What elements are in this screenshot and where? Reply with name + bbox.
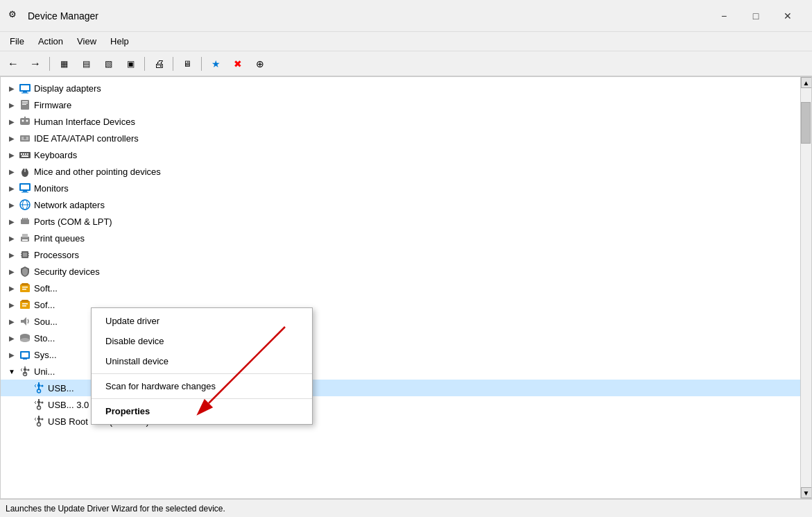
menu-view[interactable]: View — [70, 33, 103, 49]
usb-root-label: Uni... — [34, 366, 55, 377]
tree-item-ide[interactable]: ▶ IDE ATA/ATAPI controllers — [1, 130, 800, 146]
usb-root-hub-icon — [33, 415, 45, 427]
svg-rect-36 — [22, 234, 28, 237]
svg-rect-31 — [21, 219, 29, 224]
menu-file[interactable]: File — [3, 33, 31, 49]
toolbar-resources-connection[interactable]: ▣ — [120, 54, 141, 74]
context-menu-properties[interactable]: Properties — [92, 401, 312, 421]
tree-item-display-adapters[interactable]: ▶ Display adapters — [1, 80, 800, 96]
context-menu: Update driver Disable device Uninstall d… — [91, 307, 313, 425]
expand-icon: ▶ — [6, 316, 17, 327]
soft1-icon — [19, 282, 31, 294]
context-menu-scan-hardware[interactable]: Scan for hardware changes — [92, 376, 312, 396]
toolbar-print[interactable]: 🖨 — [148, 54, 169, 74]
close-button[interactable]: ✕ — [772, 6, 804, 26]
toolbar-back[interactable]: ← — [3, 54, 24, 74]
svg-marker-49 — [20, 300, 30, 302]
context-menu-disable-device[interactable]: Disable device — [92, 331, 312, 351]
toolbar-forward[interactable]: → — [25, 54, 46, 74]
svg-rect-47 — [22, 289, 26, 290]
menu-help[interactable]: Help — [103, 33, 136, 49]
minimize-button[interactable]: − — [708, 6, 740, 26]
scrollbar-thumb-area[interactable] — [801, 88, 811, 487]
window-title: Device Manager — [28, 10, 98, 22]
svg-rect-26 — [23, 191, 27, 192]
expand-icon: ▶ — [6, 349, 17, 360]
scrollbar-down[interactable]: ▼ — [801, 487, 812, 498]
tree-item-print[interactable]: ▶ Print queues — [1, 230, 800, 246]
firmware-icon — [19, 99, 31, 111]
tree-item-network[interactable]: ▶ Network adapters — [1, 196, 800, 213]
svg-point-65 — [37, 423, 41, 426]
tree-item-security[interactable]: ▶ Security devices — [1, 263, 800, 280]
keyboards-label: Keyboards — [34, 150, 77, 160]
maximize-button[interactable]: □ — [740, 6, 772, 26]
svg-rect-50 — [22, 303, 28, 305]
svg-rect-25 — [21, 185, 29, 189]
usb-root-icon — [19, 365, 31, 378]
expand-icon: ▶ — [6, 299, 17, 310]
expand-icon: ▶ — [6, 133, 17, 144]
display-adapters-label: Display adapters — [34, 83, 101, 94]
scrollbar-thumb[interactable] — [801, 102, 811, 144]
svg-rect-17 — [23, 153, 24, 155]
expand-icon: ▶ — [6, 232, 17, 244]
svg-rect-39 — [23, 253, 27, 257]
ports-label: Ports (COM & LPT) — [34, 217, 112, 227]
tree-item-ports[interactable]: ▶ Ports (COM & LPT) — [1, 213, 800, 230]
tree-item-soft1[interactable]: ▶ Soft... — [1, 280, 800, 296]
toolbar-resources-type[interactable]: ▧ — [98, 54, 119, 74]
tree-view[interactable]: ▶ Display adapters ▶ Firmware ▶ Human In… — [1, 77, 800, 498]
svg-rect-5 — [22, 101, 28, 102]
scrollbar[interactable]: ▲ ▼ — [800, 77, 811, 498]
toolbar-sep-4 — [201, 57, 202, 71]
usb-child1-label: USB... — [48, 383, 74, 393]
expand-icon: ▶ — [6, 83, 17, 94]
expand-icon — [20, 416, 31, 427]
tree-item-monitors[interactable]: ▶ Monitors — [1, 180, 800, 196]
svg-rect-7 — [22, 104, 26, 105]
svg-rect-41 — [21, 255, 22, 256]
svg-marker-52 — [21, 317, 26, 325]
toolbar-view-connection[interactable]: ▤ — [76, 54, 96, 74]
expand-icon — [20, 382, 31, 393]
storage-label: Sto... — [34, 333, 55, 344]
status-bar: Launches the Update Driver Wizard for th… — [0, 499, 812, 517]
keyboards-icon — [19, 149, 31, 161]
expand-icon: ▶ — [6, 149, 17, 160]
expand-icon: ▶ — [6, 332, 17, 344]
svg-point-55 — [20, 338, 30, 342]
scrollbar-up[interactable]: ▲ — [801, 77, 812, 88]
svg-rect-34 — [26, 218, 28, 220]
display-adapters-icon — [19, 82, 31, 94]
tree-item-firmware[interactable]: ▶ Firmware — [1, 96, 800, 113]
svg-point-14 — [24, 137, 26, 139]
svg-rect-57 — [21, 353, 28, 357]
expand-icon: ▶ — [6, 282, 17, 294]
svg-rect-46 — [22, 287, 28, 288]
svg-rect-48 — [20, 301, 30, 309]
expand-icon — [20, 399, 31, 410]
security-icon — [19, 265, 31, 278]
context-menu-sep-1 — [92, 373, 312, 374]
toolbar-properties[interactable]: 🖥 — [177, 54, 198, 74]
svg-rect-8 — [20, 118, 30, 125]
sound-icon — [19, 315, 31, 328]
tree-item-hid[interactable]: ▶ Human Interface Devices — [1, 113, 800, 130]
toolbar-view-type[interactable]: ▦ — [53, 54, 74, 74]
svg-rect-51 — [22, 305, 26, 307]
context-menu-update-driver[interactable]: Update driver — [92, 311, 312, 331]
expand-icon: ▶ — [6, 216, 17, 227]
toolbar-uninstall[interactable]: ✖ — [227, 54, 248, 74]
tree-item-processors[interactable]: ▶ Processors — [1, 246, 800, 263]
tree-item-mice[interactable]: ▶ Mice and other pointing devices — [1, 163, 800, 180]
toolbar-scan[interactable]: ⊕ — [250, 54, 270, 74]
menu-action[interactable]: Action — [31, 33, 70, 49]
ide-icon — [19, 132, 31, 144]
monitors-label: Monitors — [34, 183, 69, 194]
context-menu-uninstall-device[interactable]: Uninstall device — [92, 351, 312, 371]
tree-item-keyboards[interactable]: ▶ Keyboards — [1, 146, 800, 163]
svg-rect-19 — [27, 153, 28, 155]
soft2-icon — [19, 298, 31, 311]
toolbar-update[interactable]: ★ — [205, 54, 226, 74]
